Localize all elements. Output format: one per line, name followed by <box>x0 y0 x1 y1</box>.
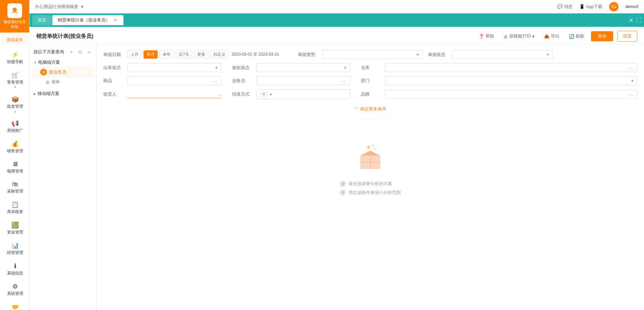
edit-scheme-button[interactable]: ⊙ <box>77 49 84 55</box>
salesperson-select[interactable]: … <box>256 76 350 85</box>
sales-icon: 💰 <box>11 140 19 148</box>
tree-group-label: 电脑端方案 <box>38 59 60 65</box>
tag-close[interactable]: × <box>263 92 265 97</box>
tab-home[interactable]: 首页 <box>32 15 52 25</box>
svg-point-1 <box>12 7 17 12</box>
consignee-input[interactable]: … <box>127 90 221 98</box>
export-button[interactable]: 📤 导出 <box>541 32 562 41</box>
sidebar-item-retail[interactable]: 🛒 零售管理 ▾ <box>0 68 29 92</box>
help-label: 帮助 <box>485 33 494 39</box>
payment-method-select[interactable]: × ▾ <box>256 89 350 99</box>
date-btn-custom[interactable]: 自定义 <box>210 50 228 59</box>
sidebar-item-purchase[interactable]: 🛍 采购管理 <box>0 177 29 198</box>
help-button[interactable]: ❓ 帮助 <box>476 32 497 41</box>
system-label: 系统管理 <box>7 291 23 297</box>
product-select[interactable]: … <box>127 76 221 85</box>
collapse-label: 收起更多条件 <box>360 106 386 112</box>
wholesale-icon: 📦 <box>11 96 19 103</box>
brand-dots: … <box>629 92 634 97</box>
tab-sales-stats[interactable]: 销货单统计表（按业务员） ✕ <box>52 15 123 25</box>
tab-maximize-button[interactable]: ⛶ <box>636 17 641 23</box>
refresh-icon: 🔄 <box>569 34 574 39</box>
message-button[interactable]: 💬 消息 <box>557 4 573 10</box>
tree-group-mobile[interactable]: ▶ 移动端方案 <box>32 89 94 98</box>
sidebar-item-system[interactable]: ⚙ 系统管理 <box>0 279 29 300</box>
sales-label: 销售管理 <box>7 148 23 154</box>
sidebar-item-enterprise[interactable]: 🤝 企业协同 <box>0 300 29 310</box>
add-scheme-button[interactable]: + <box>68 49 75 55</box>
tree-sub-item-by-order[interactable]: ⊞ 按单 <box>32 78 94 87</box>
brand-select[interactable]: … <box>385 90 637 99</box>
tree-mobile-arrow: ▶ <box>34 92 36 96</box>
sidebar-item-wholesale[interactable]: 📦 批发管理 ▴ <box>0 92 29 116</box>
sidebar-item-marketing[interactable]: 📢 营销推广 <box>0 116 29 137</box>
sidebar-item-inventory[interactable]: 📋 库存核算 <box>0 198 29 218</box>
enterprise-icon: 🤝 <box>11 303 19 310</box>
settings-button[interactable]: 设置 <box>617 31 637 42</box>
app-download-label: App下载 <box>586 4 602 10</box>
sidebar-item-finance[interactable]: 💹 资金管理 <box>0 218 29 239</box>
avatar-text: Ea <box>611 4 616 9</box>
wholesale-label: 批发管理 <box>7 104 23 109</box>
refresh-button[interactable]: 🔄 刷新 <box>566 32 587 41</box>
empty-hints: 1 请先选择要分析的方案 2 用过滤条件来缩小分析范围 <box>340 181 401 198</box>
out-status-select[interactable]: ▾ <box>127 63 221 72</box>
tree-expand-arrow: ▼ <box>34 61 37 64</box>
sidebar-item-ecommerce[interactable]: 🖥 电商管理 <box>0 157 29 177</box>
query-button[interactable]: 查询 <box>591 31 613 41</box>
hint-num-1: 1 <box>340 181 346 187</box>
doc-status-select[interactable]: ▾ <box>452 50 553 59</box>
sidebar-item-basic[interactable]: ℹ 基础信息 <box>0 259 29 279</box>
workspace-selector[interactable]: 办公用品行业模拟账套 ▾ <box>35 4 84 10</box>
tab-close-all-button[interactable]: ✕ <box>629 17 633 23</box>
top-header: 办公用品行业模拟账套 ▾ 💬 消息 📱 App下载 Ea demo2 <box>30 0 644 13</box>
page-title-bar: 销货单统计表(按业务员) ❓ 帮助 🖨 按模板打印 ▾ 📤 导出 <box>30 27 644 45</box>
print-icon: 🖨 <box>503 34 508 39</box>
salesperson-label: 业务员 <box>232 78 251 84</box>
search-menu-button[interactable]: 搜索菜单 <box>2 35 27 45</box>
hint-text-2: 用过滤条件来缩小分析范围 <box>348 190 401 196</box>
svg-point-5 <box>374 148 377 150</box>
tree-group-desktop[interactable]: ▼ 电脑端方案 <box>32 58 94 67</box>
tree-item-by-salesperson[interactable]: 按 按业务员 <box>32 67 94 78</box>
tab-bar: 首页 销货单统计表（按业务员） ✕ ✕ ⛶ <box>30 13 644 27</box>
date-btn-more[interactable]: 更多 <box>194 50 208 59</box>
warehouse-select[interactable]: … <box>385 63 637 72</box>
retail-icon: 🛒 <box>11 71 19 79</box>
doc-type-select[interactable]: ▾ <box>322 50 423 59</box>
date-btn-this-month[interactable]: 本月 <box>144 50 158 59</box>
date-btn-last-month[interactable]: 上月 <box>127 50 142 59</box>
sidebar-item-sales[interactable]: 💰 销售管理 <box>0 137 29 157</box>
left-panel-title: 按以下方案查询 <box>34 49 64 55</box>
home-tab-label: 首页 <box>38 17 46 23</box>
receipt-status-label: 收款状态 <box>232 65 251 71</box>
workspace-arrow: ▾ <box>81 4 84 9</box>
svg-point-3 <box>367 146 370 149</box>
avatar[interactable]: Ea <box>609 2 619 11</box>
purchase-icon: 🛍 <box>12 181 18 188</box>
receipt-status-select[interactable]: ▾ <box>256 63 350 72</box>
logo-area[interactable]: 畅捷通好生意 标版 <box>0 0 29 33</box>
header-right: 💬 消息 📱 App下载 Ea demo2 <box>557 2 639 11</box>
payment-arrow: ▾ <box>270 92 272 97</box>
dept-select[interactable]: ▾ <box>385 76 637 85</box>
left-panel-header: 按以下方案查询 + ⊙ « <box>32 49 94 55</box>
filter-row-2: 出库状态 ▾ 收款状态 ▾ 仓库 <box>103 63 637 72</box>
inventory-icon: 📋 <box>11 201 19 208</box>
salesperson-dots: … <box>342 78 346 83</box>
filter-row-1: 单据日期 上月 本月 本年 近7天 更多 自定义 2023-03-01 至 20… <box>103 50 637 59</box>
purchase-label: 采购管理 <box>7 189 23 194</box>
collapse-arrow: ⌃ <box>355 107 358 112</box>
sidebar-item-operations[interactable]: 📊 经营管理 <box>0 239 29 259</box>
inventory-label: 库存核算 <box>7 209 23 215</box>
collapse-button[interactable]: ⌃ 收起更多条件 <box>103 103 637 115</box>
sidebar-item-shortcut[interactable]: ⚡ 快捷导航 <box>0 48 29 68</box>
sidebar: 畅捷通好生意 标版 搜索菜单 ⚡ 快捷导航 🛒 零售管理 ▾ 📦 批发管理 ▴ … <box>0 0 30 310</box>
collapse-panel-button[interactable]: « <box>86 49 92 55</box>
date-btn-this-year[interactable]: 本年 <box>160 50 174 59</box>
tab-close-button[interactable]: ✕ <box>113 17 118 23</box>
page-content: 销货单统计表(按业务员) ❓ 帮助 🖨 按模板打印 ▾ 📤 导出 <box>30 27 644 310</box>
date-btn-last-7-days[interactable]: 近7天 <box>176 50 192 59</box>
print-template-button[interactable]: 🖨 按模板打印 ▾ <box>501 32 537 41</box>
app-download-button[interactable]: 📱 App下载 <box>579 4 602 10</box>
